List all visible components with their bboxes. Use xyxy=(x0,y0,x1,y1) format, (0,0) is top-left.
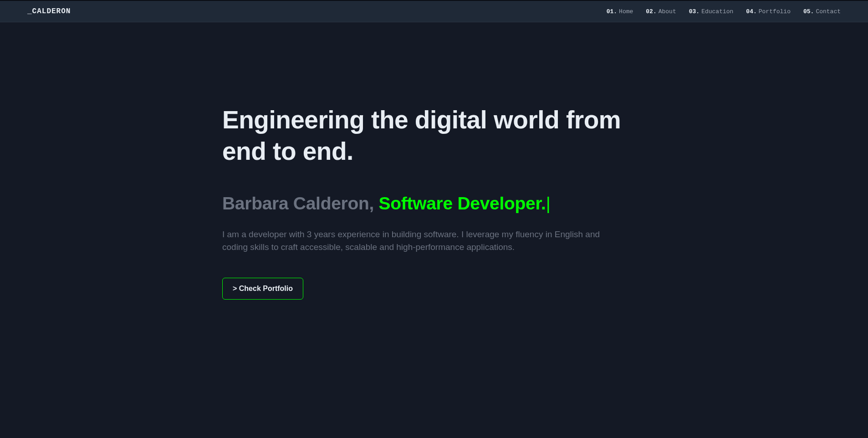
logo[interactable]: _CALDERON xyxy=(27,7,71,15)
nav-links: 01. Home 02. About 03. Education 04. Por… xyxy=(607,8,841,15)
nav-item-education[interactable]: 03. Education xyxy=(689,8,734,15)
nav-label: Education xyxy=(701,8,733,15)
nav-item-contact[interactable]: 05. Contact xyxy=(803,8,841,15)
nav-num: 03. xyxy=(689,8,700,15)
hero-description: I am a developer with 3 years experience… xyxy=(222,228,614,254)
nav-item-about[interactable]: 02. About xyxy=(646,8,676,15)
nav-label: Home xyxy=(619,8,633,15)
hero-role: Software Developer. xyxy=(379,194,546,213)
nav-num: 01. xyxy=(607,8,617,15)
hero-subtitle: Barbara Calderon, Software Developer.| xyxy=(222,194,646,214)
nav-label: Portfolio xyxy=(759,8,791,15)
nav-label: Contact xyxy=(816,8,841,15)
nav-label: About xyxy=(659,8,676,15)
typing-cursor-icon: | xyxy=(546,194,551,213)
nav-num: 02. xyxy=(646,8,656,15)
nav-num: 05. xyxy=(803,8,814,15)
hero-headline: Engineering the digital world from end t… xyxy=(222,104,646,167)
hero-section: Engineering the digital world from end t… xyxy=(222,22,646,300)
check-portfolio-button[interactable]: > Check Portfolio xyxy=(222,278,303,300)
navbar: _CALDERON 01. Home 02. About 03. Educati… xyxy=(0,1,868,22)
nav-num: 04. xyxy=(746,8,756,15)
nav-item-portfolio[interactable]: 04. Portfolio xyxy=(746,8,791,15)
hero-name: Barbara Calderon, xyxy=(222,194,379,213)
nav-item-home[interactable]: 01. Home xyxy=(607,8,633,15)
